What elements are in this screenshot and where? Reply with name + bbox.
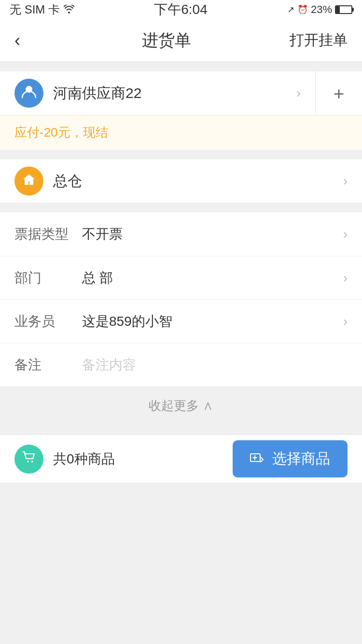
salesman-value: 这是859的小智 [72,312,343,331]
spacer-4 [0,425,362,434]
spacer-2 [0,150,362,159]
invoice-chevron-icon: › [343,226,348,242]
product-count: 共0种商品 [53,450,233,468]
salesman-row[interactable]: 业务员 这是859的小智 › [0,299,362,343]
open-pending-button[interactable]: 打开挂单 [290,30,348,50]
invoice-label: 票据类型 [14,225,72,243]
invoice-row[interactable]: 票据类型 不开票 › [0,212,362,256]
salesman-label: 业务员 [14,312,72,331]
warehouse-icon [14,167,43,196]
select-product-label: 选择商品 [272,449,330,469]
remark-label: 备注 [14,356,72,374]
supplier-name: 河南供应商22 [53,84,296,103]
warehouse-card[interactable]: 总仓 › [0,159,362,203]
back-button[interactable]: ‹ [14,30,43,51]
spacer-3 [0,203,362,212]
carrier-text: 无 SIM 卡 [10,2,60,17]
invoice-value: 不开票 [72,225,343,243]
battery-icon [335,5,352,14]
select-product-button[interactable]: 选择商品 [233,440,348,477]
remark-input[interactable]: 备注内容 [72,356,348,374]
status-time: 下午6:04 [154,0,208,19]
wifi-icon [64,3,74,16]
collapse-label: 收起更多 ∧ [149,397,213,414]
alarm-icon: ⏰ [297,4,308,15]
supplier-card: 河南供应商22 › ＋ 应付-20元，现结 [0,71,362,150]
form-card: 票据类型 不开票 › 部门 总 部 › 业务员 这是859的小智 › 备注 备注… [0,212,362,386]
salesman-chevron-icon: › [343,314,348,329]
collapse-row[interactable]: 收起更多 ∧ [0,386,362,425]
notice-bar: 应付-20元，现结 [0,115,362,150]
warehouse-name: 总仓 [53,171,343,191]
warehouse-chevron-icon: › [343,173,348,189]
department-value: 总 部 [72,269,343,287]
notice-text: 应付-20元，现结 [14,125,108,140]
spacer-1 [0,62,362,71]
status-left: 无 SIM 卡 [10,2,74,17]
svg-point-1 [27,461,29,462]
battery-percent: 23% [311,3,332,16]
supplier-avatar [14,79,43,108]
user-icon [21,83,37,103]
supplier-row[interactable]: 河南供应商22 › ＋ [0,71,362,115]
svg-point-2 [31,461,33,462]
cart-icon [22,450,36,468]
department-label: 部门 [14,269,72,287]
department-row[interactable]: 部门 总 部 › [0,256,362,299]
warehouse-row[interactable]: 总仓 › [0,159,362,203]
page-title: 进货单 [142,29,191,52]
location-icon: ↗ [287,4,294,15]
footer-bar: 共0种商品 选择商品 [0,434,362,483]
status-right: ↗ ⏰ 23% [287,3,352,16]
department-chevron-icon: › [343,270,348,286]
content: 河南供应商22 › ＋ 应付-20元，现结 总仓 › [0,62,362,483]
status-bar: 无 SIM 卡 下午6:04 ↗ ⏰ 23% [0,0,362,19]
remark-row[interactable]: 备注 备注内容 [0,343,362,386]
supplier-chevron-icon: › [296,85,301,101]
home-icon [22,172,36,190]
add-supplier-button[interactable]: ＋ [315,71,348,115]
nav-bar: ‹ 进货单 打开挂单 [0,19,362,62]
cart-icon-wrapper [14,445,43,474]
